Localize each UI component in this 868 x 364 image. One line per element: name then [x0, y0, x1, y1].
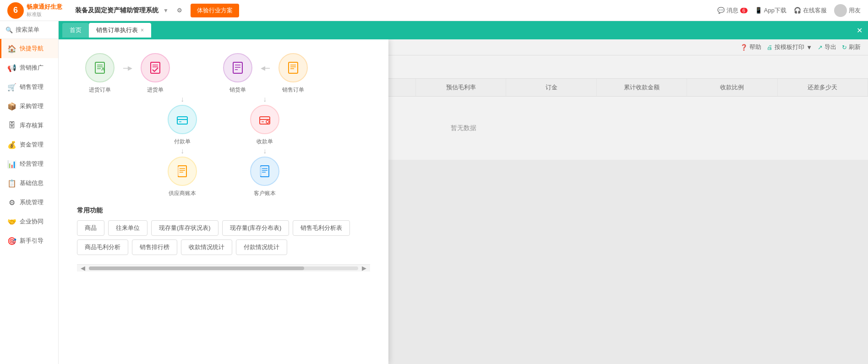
logo-icon: 6 — [7, 2, 24, 19]
purchase-order-label: 进货订单 — [89, 86, 111, 94]
dropdown-arrow-icon[interactable]: ▼ — [163, 7, 169, 14]
sidebar-item-sales[interactable]: 🛒 销售管理 — [0, 77, 58, 97]
func-btn-stock-dist[interactable]: 现存量(库存分布表) — [222, 220, 289, 236]
func-btn-goods[interactable]: 商品 — [77, 220, 104, 236]
sales-bill-col: ↓ 收款单 — [242, 96, 288, 146]
gear-button[interactable]: ⚙ — [173, 4, 186, 17]
receipt-icon — [250, 105, 279, 134]
svg-rect-24 — [178, 166, 186, 177]
common-funcs: 常用功能 商品 往来单位 现存量(库存状况表) 现存量(库存分布表) 销售毛利分… — [77, 206, 370, 255]
sales-order-icon — [278, 53, 308, 82]
tab-home[interactable]: 首页 — [62, 23, 89, 38]
sidebar-item-purchase[interactable]: 📦 采购管理 — [0, 97, 58, 116]
down-arrow-purchase: ↓ — [180, 96, 184, 103]
flow-node-payment[interactable]: 付款单 — [159, 105, 205, 146]
flow-node-purchase-bill[interactable]: 进货单 — [132, 53, 178, 94]
user-area[interactable]: 用友 — [834, 4, 861, 17]
scroll-right-button[interactable]: ▶ — [360, 265, 368, 272]
func-btn-goods-profit[interactable]: 商品毛利分析 — [77, 239, 128, 255]
scroll-left-button[interactable]: ◀ — [79, 265, 87, 272]
down-arrow-receipt: ↓ — [263, 147, 267, 155]
message-icon: 💬 — [717, 7, 725, 14]
flow-node-supplier-ledger[interactable]: 供应商账本 — [159, 157, 205, 197]
search-menu-button[interactable]: 🔍 搜索菜单 — [0, 21, 58, 39]
sidebar-item-marketing[interactable]: 📢 营销推广 — [0, 58, 58, 77]
receipt-label: 收款单 — [257, 138, 273, 146]
flow-node-sales-order[interactable]: 销售订单 — [270, 53, 316, 94]
headset-icon: 🎧 — [794, 7, 801, 14]
down-arrow-sales: ↓ — [263, 96, 267, 103]
svg-rect-17 — [177, 117, 187, 124]
payment-icon — [168, 105, 197, 134]
customer-ledger-label: 客户账本 — [254, 190, 276, 197]
tab-bar-close-button[interactable]: ✕ — [855, 24, 864, 37]
func-btn-receipt-stats[interactable]: 收款情况统计 — [181, 239, 232, 255]
receipt-col: ↓ 客户账本 — [242, 147, 288, 197]
func-btn-payment-stats[interactable]: 付款情况统计 — [236, 239, 287, 255]
user-name: 用友 — [849, 6, 861, 15]
search-icon: 🔍 — [5, 27, 13, 33]
tab-close-icon[interactable]: × — [141, 27, 144, 33]
sales-bill-icon — [223, 53, 252, 82]
purchase-bill-label: 进货单 — [147, 86, 164, 94]
flow-node-customer-ledger[interactable]: 客户账本 — [242, 157, 288, 197]
func-btn-sales-rank[interactable]: 销售排行榜 — [132, 239, 177, 255]
logo-area: 6 畅康通好生意 标准版 — [7, 2, 66, 19]
home-icon: 🏠 — [8, 44, 16, 53]
cart-icon: 🛒 — [8, 83, 16, 91]
func-btn-stock-status[interactable]: 现存量(库存状况表) — [151, 220, 218, 236]
sidebar: 🔍 搜索菜单 🏠 快捷导航 📢 营销推广 🛒 销售管理 📦 — [0, 21, 59, 364]
app-container: 6 畅康通好生意 标准版 装备及固定资产辅助管理系统 ▼ ⚙ 体验行业方案 💬 … — [0, 0, 868, 364]
tab-sales-order-exec[interactable]: 销售订单执行表 × — [89, 23, 151, 38]
supplier-ledger-label: 供应商账本 — [169, 190, 196, 197]
message-button[interactable]: 💬 消息 6 — [717, 6, 748, 15]
main-layout: 🔍 搜索菜单 🏠 快捷导航 📢 营销推广 🛒 销售管理 📦 — [0, 21, 868, 364]
purchase-bill-icon — [141, 53, 170, 82]
quick-nav-overlay: 进货订单 - - - ▶ — [59, 39, 868, 364]
mobile-icon: 📱 — [755, 7, 762, 14]
arrow-sales-order-to-bill: - - - ▶ — [261, 63, 270, 73]
customer-ledger-icon — [250, 157, 279, 186]
logo-text: 畅康通好生意 标准版 — [27, 3, 62, 17]
cabinet-icon: 🗄 — [8, 121, 16, 130]
svg-point-23 — [266, 120, 269, 123]
try-button[interactable]: 体验行业方案 — [191, 4, 239, 17]
online-service-button[interactable]: 🎧 在线客服 — [794, 6, 827, 15]
app-download-button[interactable]: 📱 App下载 — [755, 6, 786, 15]
down-arrow-payment: ↓ — [180, 147, 184, 155]
header-mid: 装备及固定资产辅助管理系统 ▼ ⚙ 体验行业方案 — [66, 4, 717, 17]
sidebar-item-base-info[interactable]: 📋 基础信息 — [0, 174, 58, 193]
svg-rect-9 — [233, 62, 242, 73]
purchase-bill-col: ↓ 付款单 — [159, 96, 205, 146]
sidebar-item-enterprise[interactable]: 🤝 企业协同 — [0, 212, 58, 231]
top-header: 6 畅康通好生意 标准版 装备及固定资产辅助管理系统 ▼ ⚙ 体验行业方案 💬 … — [0, 0, 868, 21]
func-btn-sales-profit[interactable]: 销售毛利分析表 — [293, 220, 350, 236]
sidebar-item-quick-nav[interactable]: 🏠 快捷导航 — [0, 39, 58, 58]
supplier-ledger-icon — [168, 157, 197, 186]
svg-rect-13 — [289, 62, 298, 73]
sidebar-item-operations[interactable]: 📊 经营管理 — [0, 154, 58, 174]
flow-node-purchase-order[interactable]: 进货订单 — [77, 53, 123, 94]
scroll-thumb — [89, 266, 304, 270]
payment-col: ↓ 供应商账本 — [159, 147, 205, 197]
sidebar-item-inventory[interactable]: 🗄 库存核算 — [0, 116, 58, 135]
chart-icon: 📊 — [8, 160, 16, 168]
svg-point-1 — [836, 11, 845, 17]
content-area: 首页 销售订单执行表 × ✕ ❓ 帮助 🖨 — [59, 21, 868, 364]
func-btn-contacts[interactable]: 往来单位 — [108, 220, 147, 236]
megaphone-icon: 📢 — [8, 64, 16, 72]
svg-rect-6 — [151, 62, 160, 73]
svg-point-0 — [838, 6, 843, 11]
sidebar-item-sys-mgmt[interactable]: ⚙ 系统管理 — [0, 193, 58, 212]
gear-icon: ⚙ — [8, 198, 16, 206]
scroll-track[interactable] — [89, 266, 358, 270]
handshake-icon: 🤝 — [8, 217, 16, 226]
sidebar-item-new-guide[interactable]: 🎯 新手引导 — [0, 231, 58, 250]
sidebar-item-finance[interactable]: 💰 资金管理 — [0, 135, 58, 154]
horizontal-scrollbar: ◀ ▶ — [77, 264, 370, 272]
flow-node-receipt[interactable]: 收款单 — [242, 105, 288, 146]
flow-node-sales-bill[interactable]: 销货单 — [215, 53, 261, 94]
sales-bill-label: 销货单 — [229, 86, 246, 94]
message-badge: 6 — [740, 8, 748, 13]
svg-rect-29 — [261, 166, 269, 177]
